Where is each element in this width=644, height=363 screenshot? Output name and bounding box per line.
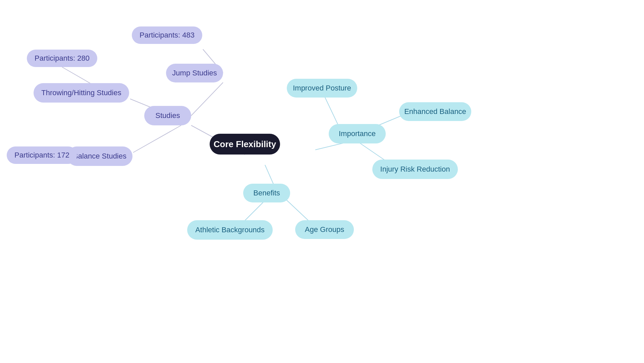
participants-280-node[interactable]: Participants: 280 [27,50,97,67]
injury-risk-node[interactable]: Injury Risk Reduction [372,160,458,179]
svg-line-3 [133,125,181,153]
improved-posture-node[interactable]: Improved Posture [287,79,357,98]
participants-172-node[interactable]: Participants: 172 [7,146,77,164]
jump-studies-node[interactable]: Jump Studies [166,64,223,82]
svg-line-1 [191,82,223,116]
studies-node[interactable]: Studies [144,106,191,125]
benefits-node[interactable]: Benefits [243,184,290,202]
enhanced-balance-node[interactable]: Enhanced Balance [399,102,471,121]
center-node[interactable]: Core Flexibility [210,134,280,155]
svg-line-13 [283,197,312,224]
age-groups-node[interactable]: Age Groups [295,220,354,239]
participants-483-node[interactable]: Participants: 483 [132,26,202,44]
importance-node[interactable]: Importance [329,124,386,143]
throwing-hitting-node[interactable]: Throwing/Hitting Studies [34,83,129,103]
athletic-backgrounds-node[interactable]: Athletic Backgrounds [187,220,273,240]
